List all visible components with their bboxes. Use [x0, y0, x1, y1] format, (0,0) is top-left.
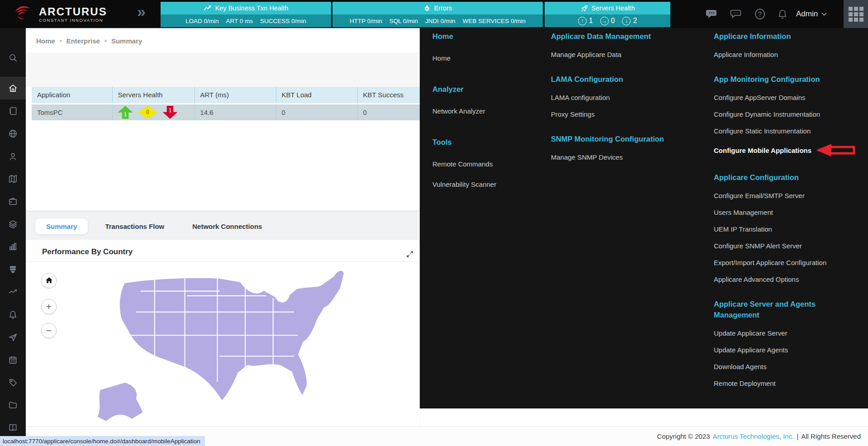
menu-item-proxy-settings[interactable]: Proxy Settings [551, 106, 687, 123]
menu-item-users-management[interactable]: Users Management [714, 204, 863, 221]
menu-item-configure-mobile-applications[interactable]: Configure Mobile Applications [714, 139, 863, 161]
tab-transactions-flow[interactable]: Transactions Flow [94, 218, 175, 234]
sidebar-item-home[interactable] [0, 77, 26, 100]
errors-panel[interactable]: Errors HTTP 0/minSQL 0/minJNDI 0/minWEB … [332, 2, 543, 27]
copyright-text: Copyright © 2023 [657, 432, 710, 440]
sidebar-expand-chevrons[interactable]: » [137, 3, 146, 20]
rights-text: All Rights Reserved [801, 432, 861, 440]
menu-item-label: Home [432, 53, 451, 63]
menu-section: Applicare Server and Agents Management U… [714, 299, 863, 392]
trend-icon [8, 287, 18, 297]
menu-item-configure-static-instrumentation[interactable]: Configure Static Instrumentation [714, 123, 863, 139]
menu-item-label: Manage SNMP Devices [551, 152, 623, 162]
menu-item-label: Manage Applicare Data [551, 50, 621, 59]
table-row[interactable]: TomsPC 1 0 1 14.6 0 0 [32, 104, 420, 120]
sidebar-item-calendar[interactable] [0, 348, 26, 371]
menu-item-configure-dynamic-instrumentation[interactable]: Configure Dynamic Instrumentation [714, 106, 863, 123]
breadcrumb-item[interactable]: Enterprise [66, 37, 100, 45]
panel-stats: ↑ 1 → 0 ↓ 2 [545, 14, 670, 27]
menu-item-applicare-information[interactable]: Applicare Information [714, 46, 863, 63]
bell-icon[interactable] [776, 8, 789, 20]
menu-item-uem-ip-translation[interactable]: UEM IP Translation [714, 221, 863, 237]
column-header[interactable]: Servers Health [112, 87, 194, 104]
menu-item-network-analyzer[interactable]: Network Analyzer [432, 101, 530, 121]
map-zoom-in-button[interactable]: + [41, 299, 57, 314]
menu-section: Analyzer Network Analyzer [432, 84, 530, 121]
sidebar-item-folder[interactable] [0, 394, 26, 416]
servers-health-panel[interactable]: Servers Health ↑ 1 → 0 ↓ 2 [545, 2, 670, 27]
menu-item-remote-commands[interactable]: Remote Commands [432, 154, 530, 174]
column-header[interactable]: ART (ms) [194, 87, 276, 104]
menu-item-manage-snmp-devices[interactable]: Manage SNMP Devices [551, 149, 687, 166]
calendar-icon [8, 355, 18, 365]
servers-up-stat: ↑ 1 [578, 17, 593, 25]
menu-item-vulnerability-scanner[interactable]: Vulnerability Scanner [432, 174, 530, 195]
metric-value: ART 0 ms [226, 18, 253, 24]
column-header[interactable]: KBT Load [276, 87, 357, 104]
menu-item-home[interactable]: Home [432, 48, 530, 68]
sidebar-item-globe[interactable] [0, 122, 26, 145]
menu-item-label: Configure Static Instrumentation [714, 126, 811, 136]
sidebar-item-map[interactable] [0, 167, 26, 190]
menu-item-remote-deployment[interactable]: Remote Deployment [714, 375, 863, 392]
sidebar-item-users[interactable] [0, 145, 26, 167]
home-icon [46, 277, 52, 284]
column-header[interactable]: KBT Success [357, 87, 420, 104]
chat-filled-icon[interactable] [706, 8, 718, 20]
company-link[interactable]: Arcturus Technologies, Inc. [713, 432, 794, 440]
sidebar-item-trend[interactable] [0, 280, 26, 303]
tab-network-connections[interactable]: Network Connections [181, 218, 273, 234]
menu-item-applicare-advanced-options[interactable]: Applicare Advanced Options [714, 271, 863, 288]
sidebar-item-wallet[interactable] [0, 190, 26, 213]
sidebar-item-notifications[interactable] [0, 303, 26, 326]
sidebar-item-database[interactable] [0, 258, 26, 280]
menu-item-configure-appserver-domains[interactable]: Configure AppServer Domains [714, 89, 863, 106]
help-icon[interactable]: ? [754, 8, 766, 20]
art-cell: 14.6 [194, 104, 276, 120]
sidebar-item-send[interactable] [0, 326, 26, 348]
menu-item-download-agents[interactable]: Download Agents [714, 358, 863, 375]
menu-item-configure-email-smtp-server[interactable]: Configure Email/SMTP Server [714, 187, 863, 204]
chat-outline-icon[interactable] [730, 8, 742, 20]
kbt-health-panel[interactable]: Key Business Txn Health LOAD 0/minART 0 … [161, 2, 331, 27]
map-zoom-out-button[interactable]: − [41, 323, 57, 338]
table-toolbar-band [26, 52, 420, 87]
application-cell[interactable]: TomsPC [32, 104, 112, 120]
expand-icon[interactable] [406, 251, 413, 260]
status-url: localhost:7770/applicare/console/home.do… [3, 438, 200, 445]
tab-summary[interactable]: Summary [35, 218, 88, 234]
apps-grid-icon[interactable] [844, 0, 868, 28]
view-tabs: SummaryTransactions FlowNetwork Connecti… [35, 218, 273, 234]
servers-health-cell[interactable]: 1 0 1 [112, 104, 194, 120]
servers-right-stat: → 0 [600, 17, 615, 25]
notebook-icon [8, 106, 18, 116]
menu-item-label: Applicare Advanced Options [714, 275, 799, 284]
menu-item-export-import-applicare-configuration[interactable]: Export/Import Applicare Configuration [714, 254, 863, 271]
us-country-map[interactable] [80, 263, 406, 426]
sidebar-item-bar-chart[interactable] [0, 235, 26, 258]
chevron-down-icon [821, 12, 827, 16]
menu-item-update-applicare-agents[interactable]: Update Applicare Agents [714, 342, 863, 358]
menu-section: Home Home [432, 31, 530, 68]
sidebar-item-tag[interactable] [0, 371, 26, 394]
menu-item-lama-configuration[interactable]: LAMA configuration [551, 89, 687, 106]
menu-item-manage-applicare-data[interactable]: Manage Applicare Data [551, 46, 687, 63]
menu-heading: SNMP Monitoring Configuration [551, 133, 687, 144]
alaska-region[interactable] [97, 382, 144, 422]
admin-user-menu[interactable]: Admin [796, 0, 827, 28]
sidebar-item-search[interactable] [0, 46, 26, 69]
menu-heading: Applicare Server and Agents Management [714, 299, 863, 320]
sidebar-item-notebook[interactable] [0, 100, 26, 122]
map-home-button[interactable] [41, 273, 57, 288]
sidebar-item-layers[interactable] [0, 213, 26, 235]
menu-item-configure-snmp-alert-server[interactable]: Configure SNMP Alert Server [714, 237, 863, 254]
sidebar-item-book[interactable] [0, 416, 26, 439]
breadcrumb-item[interactable]: Summary [111, 37, 142, 45]
panel-title: Servers Health [592, 5, 635, 12]
menu-item-update-applicare-server[interactable]: Update Applicare Server [714, 325, 863, 342]
breadcrumb-item[interactable]: Home [36, 37, 55, 45]
globe-icon [8, 128, 18, 139]
column-header[interactable]: Application [32, 87, 112, 104]
logo-subtitle: CONSTANT INNOVATION [39, 18, 107, 23]
health-down-badge: 1 [163, 106, 178, 119]
